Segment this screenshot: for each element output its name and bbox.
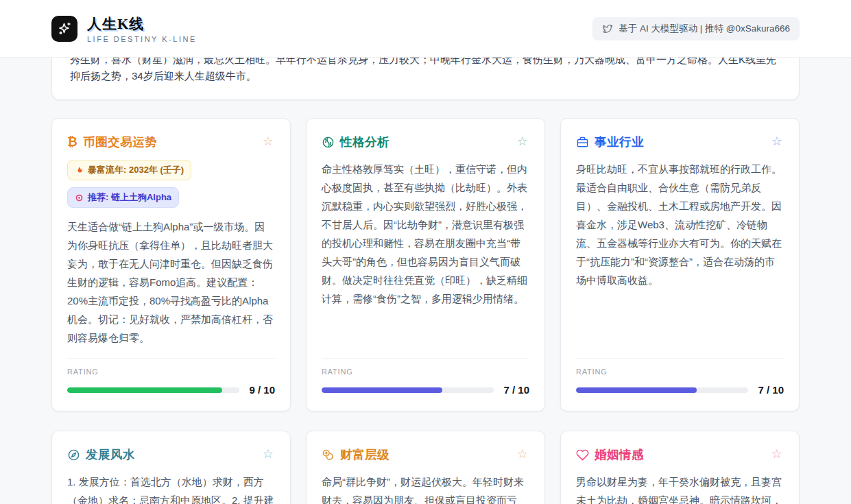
twitter-icon: [602, 23, 613, 34]
card-body-text: 天生适合做“链上土狗Alpha”或一级市场。因为你身旺抗压（拿得住单），且比劫旺…: [67, 217, 275, 347]
card-title: 婚姻情感: [595, 446, 644, 463]
card-body-text: 命局“群比争财”，财运起伏极大。年轻时财来财去，容易因为朋友、担保或盲目投资而亏…: [322, 472, 529, 504]
card-marriage: 婚姻情感 ☆ 男命以财星为妻，年干癸水偏财被克，且妻宫未土为比劫，婚姻宫坐忌神。…: [560, 431, 800, 504]
card-body-text: 命主性格敦厚笃实（土旺），重信守诺，但内心极度固执，甚至有些执拗（比劫旺）。外表…: [322, 160, 529, 347]
twitter-badge-label: 基于 AI 大模型驱动 | 推特 @0xSakura666: [619, 23, 790, 35]
rating-value: 9 / 10: [249, 384, 275, 396]
rating-bar-fill: [322, 387, 442, 393]
main-content: 秀生财，喜水（财星）滋润，最忌火土相旺。早年行不运官杀克身，压力较大；中晚年行金…: [0, 30, 851, 504]
rating-section: RATING 7 / 10: [576, 358, 784, 396]
favorite-star-button[interactable]: ☆: [770, 446, 784, 461]
rating-label: RATING: [67, 368, 275, 376]
card-body-text: 男命以财星为妻，年干癸水偏财被克，且妻宫未土为比劫，婚姻宫坐忌神。暗示情路坎坷，…: [576, 472, 784, 504]
brain-icon: [322, 136, 335, 149]
card-title: 性格分析: [340, 134, 389, 150]
rating-section: RATING 9 / 10: [67, 358, 275, 396]
app-title: 人生K线: [87, 14, 197, 34]
app-logo: [51, 16, 77, 42]
card-body-text: 1. 发展方位：首选北方（水地）求财，西方（金地）求名；忌南方和中原地区。2. …: [67, 472, 275, 504]
card-wealth: 财富层级 ☆ 命局“群比争财”，财运起伏极大。年轻时财来财去，容易因为朋友、担保…: [306, 431, 545, 504]
badge-row: 暴富流年: 2032年 (壬子) 推荐: 链上土狗Alpha: [67, 160, 275, 208]
favorite-star-button[interactable]: ☆: [516, 446, 529, 461]
rating-section: RATING 7 / 10: [322, 358, 529, 396]
recommendation-badge-label: 推荐: 链上土狗Alpha: [88, 191, 171, 204]
card-title: 发展风水: [86, 446, 135, 463]
rating-bar: [322, 387, 494, 393]
rating-value: 7 / 10: [758, 384, 784, 396]
card-title: 币圈交易运势: [83, 134, 157, 150]
card-title: 财富层级: [340, 446, 389, 463]
favorite-star-button[interactable]: ☆: [261, 134, 275, 149]
flame-icon: [75, 166, 84, 175]
app-subtitle: LIFE DESTINY K-LINE: [87, 35, 197, 43]
rating-bar-fill: [67, 387, 222, 393]
card-title: 事业行业: [595, 134, 644, 150]
rating-bar: [67, 387, 239, 393]
wealth-year-badge-label: 暴富流年: 2032年 (壬子): [88, 164, 184, 176]
coins-icon: [322, 448, 335, 461]
wealth-year-badge: 暴富流年: 2032年 (壬子): [67, 160, 191, 180]
sparkle-icon: [56, 21, 73, 37]
rating-label: RATING: [322, 368, 529, 376]
bitcoin-icon: ₿: [67, 134, 77, 149]
card-body-text: 身旺比劫旺，不宜从事按部就班的行政工作。最适合自由职业、合伙生意（需防兄弟反目）…: [576, 160, 784, 347]
briefcase-icon: [576, 136, 589, 149]
card-fengshui: 发展风水 ☆ 1. 发展方位：首选北方（水地）求财，西方（金地）求名；忌南方和中…: [51, 431, 291, 504]
card-crypto-trading: ₿ 币圈交易运势 ☆ 暴富流年: 2032年 (壬子): [51, 118, 291, 411]
twitter-badge[interactable]: 基于 AI 大模型驱动 | 推特 @0xSakura666: [592, 17, 800, 40]
rating-bar: [576, 387, 748, 393]
recommendation-badge: 推荐: 链上土狗Alpha: [67, 187, 179, 208]
compass-icon: [67, 448, 80, 461]
rating-value: 7 / 10: [503, 384, 529, 396]
analysis-card-grid: ₿ 币圈交易运势 ☆ 暴富流年: 2032年 (壬子): [51, 118, 800, 504]
heart-icon: [576, 448, 589, 461]
app-header: 人生K线 LIFE DESTINY K-LINE 基于 AI 大模型驱动 | 推…: [0, 0, 851, 58]
card-career: 事业行业 ☆ 身旺比劫旺，不宜从事按部就班的行政工作。最适合自由职业、合伙生意（…: [560, 118, 800, 411]
rating-bar-fill: [576, 387, 697, 393]
favorite-star-button[interactable]: ☆: [261, 446, 275, 461]
rating-label: RATING: [576, 368, 784, 376]
target-icon: [75, 193, 84, 202]
card-personality: 性格分析 ☆ 命主性格敦厚笃实（土旺），重信守诺，但内心极度固执，甚至有些执拗（…: [306, 118, 545, 411]
favorite-star-button[interactable]: ☆: [770, 134, 784, 149]
favorite-star-button[interactable]: ☆: [516, 134, 529, 149]
